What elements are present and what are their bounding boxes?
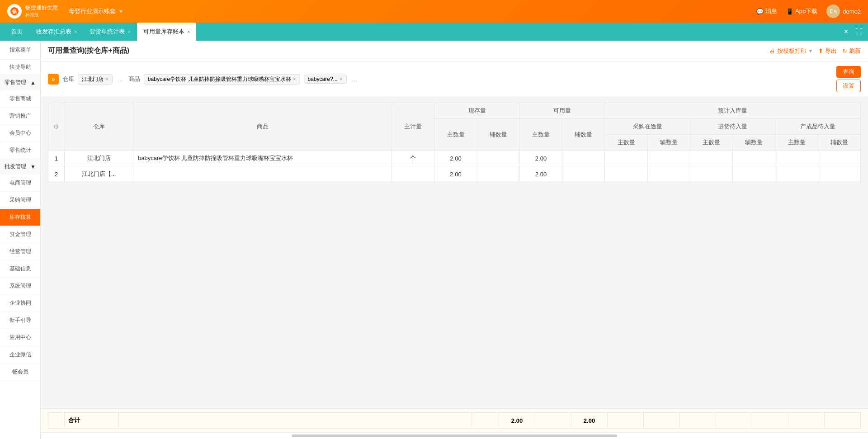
print-btn[interactable]: 🖨 按模板打印 ▼ — [769, 47, 813, 55]
footer-empty-3 — [472, 413, 499, 429]
footer-label: 合计 — [65, 413, 119, 429]
settings-btn[interactable]: 设置 — [836, 80, 861, 92]
cell-purchase-main-1 — [605, 166, 647, 182]
cell-production-main-0 — [775, 151, 818, 166]
close-tab-available[interactable]: × — [187, 29, 190, 34]
table-container: ⚙ 仓库 商品 主计量 现存量 可用量 预计入库量 主数量 辅数量 主数量 辅数… — [41, 97, 868, 408]
settings-icon[interactable]: ⚙ — [53, 123, 59, 130]
sidebar-item-marketing[interactable]: 营销推广 — [0, 108, 40, 125]
close-tab-order[interactable]: × — [127, 29, 130, 34]
cell-product-1 — [133, 166, 392, 182]
sidebar-item-member[interactable]: 会员中心 — [0, 125, 40, 142]
close-tab-receive[interactable]: × — [74, 29, 77, 34]
col-purchase-group: 采购在途量 — [605, 119, 690, 135]
cell-avail-aux-0 — [562, 151, 605, 166]
sidebar-item-system[interactable]: 系统管理 — [0, 278, 40, 295]
cell-production-main-1 — [775, 166, 818, 182]
cell-index-1: 2 — [48, 166, 65, 182]
col-settings-header[interactable]: ⚙ — [48, 103, 65, 151]
app-download-btn[interactable]: 📱 App下载 — [786, 7, 817, 15]
table-row: 2 江北门店【... 2.00 2.00 — [48, 166, 861, 182]
export-btn[interactable]: ⬆ 导出 — [818, 47, 837, 55]
sidebar-item-ecommerce[interactable]: 电商管理 — [0, 175, 40, 192]
tab-home[interactable]: 首页 — [4, 28, 30, 36]
message-btn[interactable]: 💬 消息 — [756, 7, 777, 15]
warehouse-dots[interactable]: ... — [116, 76, 125, 83]
close-all-tabs-btn[interactable]: × — [842, 26, 850, 38]
sidebar-item-new-guide[interactable]: 新手引导 — [0, 312, 40, 329]
sidebar-item-basic-info[interactable]: 基础信息 — [0, 260, 40, 278]
sidebar-item-wholesale-mgmt[interactable]: 批发管理 ▼ — [0, 159, 40, 175]
page-actions: 🖨 按模板打印 ▼ ⬆ 导出 ↻ 刷新 — [769, 47, 861, 55]
cell-incoming-aux-1 — [733, 166, 775, 182]
refresh-btn[interactable]: ↻ 刷新 — [842, 47, 861, 55]
logo-icon: 畅 — [7, 4, 22, 19]
product-dots[interactable]: ... — [350, 76, 359, 83]
page-title: 可用量查询(按仓库+商品) — [48, 46, 129, 56]
expand-btn[interactable]: ⛶ — [854, 26, 864, 38]
remove-product-tag1[interactable]: × — [293, 76, 296, 82]
col-incoming-aux: 辅数量 — [733, 135, 775, 151]
chevron-icon: ▲ — [30, 80, 36, 86]
message-icon: 💬 — [756, 8, 764, 15]
top-bar: 畅 畅捷通好生意 标准版 母婴行业演示账套 ▼ 💬 消息 📱 App下载 Ea … — [0, 0, 868, 23]
footer-incoming-main — [716, 413, 752, 429]
chevron-icon-2: ▼ — [30, 164, 36, 170]
logo-sub: 标准版 — [25, 12, 58, 18]
sidebar-item-app-center[interactable]: 应用中心 — [0, 329, 40, 346]
footer-table: 合计 2.00 2.00 — [48, 412, 861, 429]
cell-avail-main-0: 2.00 — [519, 151, 562, 166]
warehouse-tag: 江北门店 × — [78, 74, 113, 85]
cell-purchase-aux-1 — [647, 166, 690, 182]
tab-order[interactable]: 要货单统计表 × — [83, 23, 137, 41]
cell-incoming-main-1 — [690, 166, 732, 182]
product-label: 商品 — [128, 75, 140, 83]
dropdown-arrow-industry[interactable]: ▼ — [118, 9, 123, 14]
tab-receive[interactable]: 收发存汇总表 × — [30, 23, 83, 41]
col-stock-group: 现存量 — [434, 103, 520, 119]
sidebar-item-finance[interactable]: 资金管理 — [0, 226, 40, 243]
remove-product-tag2[interactable]: × — [340, 76, 343, 82]
footer-empty-2 — [119, 413, 472, 429]
cell-stock-aux-0 — [477, 151, 519, 166]
sidebar-item-inventory[interactable]: 库存核算 — [0, 209, 40, 226]
sidebar-quick-nav[interactable]: 快捷导航 — [0, 60, 40, 75]
sidebar-search[interactable]: 搜索菜单 — [0, 41, 40, 60]
filter-expand-btn[interactable]: » — [48, 74, 59, 85]
col-avail-main: 主数量 — [519, 119, 562, 151]
industry-selector[interactable]: 母婴行业演示账套 — [69, 7, 116, 15]
footer-production-aux — [825, 413, 861, 429]
download-icon: 📱 — [786, 8, 793, 15]
table-row: 1 江北门店 babycare学饮杯 儿童防摔防撞吸管杯重力球吸嘴杯宝宝水杯 个… — [48, 151, 861, 166]
cell-incoming-aux-0 — [733, 151, 775, 166]
footer-incoming-aux — [752, 413, 788, 429]
user-area[interactable]: Ea demo2 — [826, 5, 861, 18]
sidebar-item-purchase[interactable]: 采购管理 — [0, 192, 40, 209]
col-avail-aux: 辅数量 — [562, 119, 605, 151]
footer-purchase-main — [644, 413, 680, 429]
sidebar-item-operations[interactable]: 经营管理 — [0, 243, 40, 260]
footer-production-main — [788, 413, 825, 429]
col-incoming-main: 主数量 — [690, 135, 732, 151]
cell-unit-1 — [392, 166, 434, 182]
sidebar-item-retail-mall[interactable]: 零售商城 — [0, 90, 40, 108]
cell-warehouse-1: 江北门店【... — [65, 166, 133, 182]
nav-tabs: 首页 收发存汇总表 × 要货单统计表 × 可用量库存账本 × × ⛶ — [0, 23, 868, 41]
footer-avail-aux — [608, 413, 644, 429]
cell-avail-main-1: 2.00 — [519, 166, 562, 182]
cell-production-aux-1 — [818, 166, 860, 182]
sidebar-item-enterprise-wechat[interactable]: 企业微信 — [0, 346, 40, 363]
query-btn[interactable]: 查询 — [836, 66, 861, 78]
top-bar-right: 💬 消息 📱 App下载 Ea demo2 — [756, 5, 861, 18]
sidebar-item-retail-stats[interactable]: 零售统计 — [0, 142, 40, 159]
col-product-header: 商品 — [133, 103, 392, 151]
tab-available[interactable]: 可用量库存账本 × — [137, 23, 196, 41]
footer-avail-main: 2.00 — [571, 413, 608, 429]
col-forecast-group: 预计入库量 — [605, 103, 861, 119]
sidebar-item-retail-mgmt[interactable]: 零售管理 ▲ — [0, 75, 40, 90]
sidebar-item-enterprise[interactable]: 企业协同 — [0, 295, 40, 312]
data-table: ⚙ 仓库 商品 主计量 现存量 可用量 预计入库量 主数量 辅数量 主数量 辅数… — [48, 103, 861, 182]
cell-stock-main-0: 2.00 — [434, 151, 477, 166]
remove-warehouse-tag[interactable]: × — [105, 76, 108, 82]
sidebar-item-member-plus[interactable]: 畅会员 — [0, 363, 40, 381]
